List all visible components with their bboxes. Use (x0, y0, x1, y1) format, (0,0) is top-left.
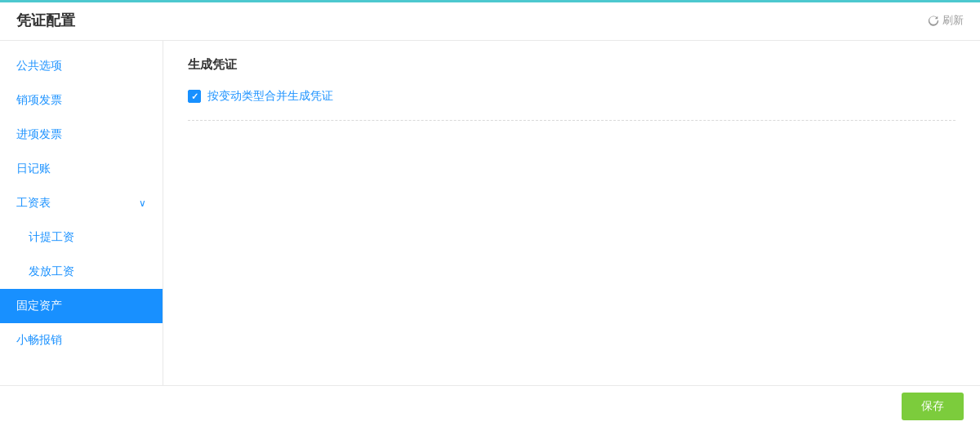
sidebar-item-label: 日记账 (16, 162, 51, 176)
sidebar-item-label: 销项发票 (16, 93, 62, 108)
sidebar-item-journal[interactable]: 日记账 (0, 152, 163, 186)
refresh-icon (928, 15, 939, 26)
sidebar-item-label: 进项发票 (16, 127, 62, 142)
merge-by-type-checkbox[interactable] (188, 90, 201, 103)
sidebar-item-label: 小畅报销 (16, 333, 62, 348)
sidebar-item-public-options[interactable]: 公共选项 (0, 49, 163, 83)
sidebar-item-purchase-invoice[interactable]: 进项发票 (0, 118, 163, 152)
refresh-label: 刷新 (942, 13, 964, 28)
section-divider (188, 120, 956, 121)
content-area: 生成凭证 按变动类型合并生成凭证 (163, 41, 980, 385)
page-title: 凭证配置 (16, 11, 75, 30)
sidebar-item-petty-expense[interactable]: 小畅报销 (0, 323, 163, 357)
footer-bar: 保存 (0, 385, 980, 426)
chevron-down-icon: ∨ (139, 197, 146, 209)
sidebar-item-pay-salary[interactable]: 发放工资 (0, 255, 163, 289)
sidebar-item-label: 公共选项 (16, 59, 62, 73)
sidebar-item-fixed-assets[interactable]: 固定资产 (0, 289, 163, 323)
sidebar-item-label: 固定资产 (16, 299, 62, 313)
sidebar-item-label: 发放工资 (29, 264, 74, 279)
sidebar-item-payroll-table[interactable]: 工资表 ∨ (0, 186, 163, 220)
save-button[interactable]: 保存 (902, 393, 964, 420)
main-layout: 公共选项 销项发票 进项发票 日记账 工资表 ∨ 计提工资 发放工资 固定资产 … (0, 41, 980, 385)
sidebar-item-label: 工资表 (16, 196, 51, 211)
refresh-button[interactable]: 刷新 (928, 13, 964, 28)
page-header: 凭证配置 刷新 (0, 0, 980, 41)
sidebar-item-sales-invoice[interactable]: 销项发票 (0, 83, 163, 118)
checkbox-row: 按变动类型合并生成凭证 (188, 89, 956, 104)
sidebar-item-accrual-salary[interactable]: 计提工资 (0, 220, 163, 255)
sidebar: 公共选项 销项发票 进项发票 日记账 工资表 ∨ 计提工资 发放工资 固定资产 … (0, 41, 163, 385)
section-title: 生成凭证 (188, 57, 956, 73)
sidebar-item-label: 计提工资 (29, 230, 74, 245)
checkbox-label[interactable]: 按变动类型合并生成凭证 (207, 89, 333, 104)
